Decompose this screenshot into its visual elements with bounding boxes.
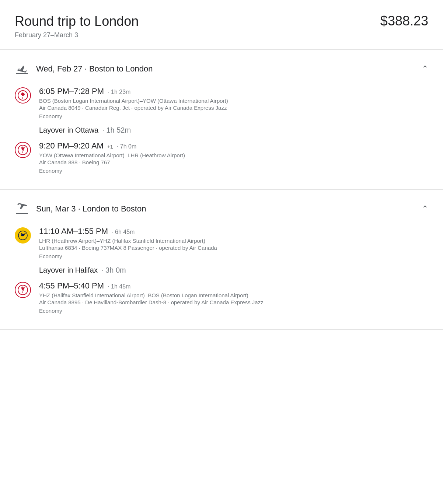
header-price: $388.23 <box>380 13 428 29</box>
outbound-chevron-icon[interactable]: ⌃ <box>422 64 428 74</box>
return-flight1-route: LHR (Heathrow Airport)–YHZ (Halifax Stan… <box>39 238 428 244</box>
outbound-layover-duration: · 1h 52m <box>102 126 131 134</box>
return-header-left: Sun, Mar 3 · London to Boston <box>15 202 146 216</box>
outbound-section-header: Wed, Feb 27 · Boston to London ⌃ <box>15 62 428 76</box>
outbound-flight2-plus-days: +1 <box>107 144 113 150</box>
return-chevron-icon[interactable]: ⌃ <box>422 204 428 214</box>
header-left: Round trip to London February 27–March 3 <box>15 13 139 39</box>
return-flight1-duration: · 6h 45m <box>112 229 135 235</box>
outbound-flight2-info: 9:20 PM–9:20 AM+1 · 7h 0m YOW (Ottawa In… <box>39 141 428 174</box>
svg-rect-1 <box>22 97 23 99</box>
return-flight2-times: 4:55 PM–5:40 PM · 1h 45m <box>39 281 428 291</box>
lufthansa-crane-icon <box>18 230 28 241</box>
landing-icon <box>15 202 29 216</box>
return-layover: Layover in Halifax · 3h 0m <box>39 266 428 274</box>
page-title: Round trip to London <box>15 13 139 29</box>
lufthansa-logo <box>15 227 31 244</box>
outbound-section: Wed, Feb 27 · Boston to London ⌃ 6:05 PM… <box>0 50 443 190</box>
return-flight1-times: 11:10 AM–1:55 PM · 6h 45m <box>39 227 428 236</box>
outbound-flight1-times: 6:05 PM–7:28 PM · 1h 23m <box>39 87 428 96</box>
outbound-layover: Layover in Ottawa · 1h 52m <box>39 126 428 134</box>
outbound-flight1-route: BOS (Boston Logan International Airport)… <box>39 98 428 104</box>
outbound-flight-1: 6:05 PM–7:28 PM · 1h 23m BOS (Boston Log… <box>15 87 428 119</box>
outbound-flight2-class: Economy <box>39 168 428 174</box>
aircanada-logo-1 <box>15 87 31 104</box>
return-section-header: Sun, Mar 3 · London to Boston ⌃ <box>15 202 428 216</box>
return-flight-1: 11:10 AM–1:55 PM · 6h 45m LHR (Heathrow … <box>15 227 428 259</box>
return-flight2-duration: · 1h 45m <box>108 283 130 290</box>
page-header: Round trip to London February 27–March 3… <box>0 0 443 50</box>
outbound-header-left: Wed, Feb 27 · Boston to London <box>15 62 153 76</box>
outbound-flight2-duration: · 7h 0m <box>117 143 136 150</box>
aircanada-maple-leaf-2 <box>18 145 28 155</box>
outbound-flight2-times: 9:20 PM–9:20 AM+1 · 7h 0m <box>39 141 428 151</box>
return-section: Sun, Mar 3 · London to Boston ⌃ 11:10 AM… <box>0 190 443 330</box>
outbound-flight2-airline: Air Canada 888 · Boeing 767 <box>39 159 428 165</box>
return-flight2-info: 4:55 PM–5:40 PM · 1h 45m YHZ (Halifax St… <box>39 281 428 314</box>
takeoff-icon <box>15 62 29 76</box>
return-flight2-route: YHZ (Halifax Stanfield International Air… <box>39 292 428 298</box>
outbound-section-title: Wed, Feb 27 · Boston to London <box>36 64 153 74</box>
return-flight1-airline: Lufthansa 6834 · Boeing 737MAX 8 Passeng… <box>39 245 428 251</box>
header-dates: February 27–March 3 <box>15 31 139 39</box>
return-flight2-logo-col <box>15 281 31 314</box>
return-flight2-airline: Air Canada 8895 · De Havilland-Bombardie… <box>39 299 428 305</box>
return-flight-2: 4:55 PM–5:40 PM · 1h 45m YHZ (Halifax St… <box>15 281 428 314</box>
outbound-flight2-logo-col <box>15 141 31 174</box>
outbound-flight1-logo-col <box>15 87 31 119</box>
return-flight2-class: Economy <box>39 308 428 314</box>
outbound-flight1-duration: · 1h 23m <box>108 89 130 95</box>
outbound-layover-label: Layover in Ottawa <box>39 126 98 134</box>
return-flight1-logo-col <box>15 227 31 259</box>
svg-point-7 <box>21 233 22 235</box>
return-flight1-class: Economy <box>39 253 428 259</box>
aircanada-maple-leaf-1 <box>18 90 28 101</box>
return-layover-duration: · 3h 0m <box>101 266 126 274</box>
aircanada-logo-2 <box>15 142 31 158</box>
svg-rect-9 <box>22 291 23 293</box>
outbound-flight1-class: Economy <box>39 113 428 119</box>
outbound-flight2-route: YOW (Ottawa International Airport)–LHR (… <box>39 152 428 158</box>
return-section-title: Sun, Mar 3 · London to Boston <box>36 204 146 214</box>
outbound-flight1-airline: Air Canada 8049 · Canadair Reg. Jet · op… <box>39 105 428 111</box>
return-layover-label: Layover in Halifax <box>39 266 98 274</box>
return-flight1-info: 11:10 AM–1:55 PM · 6h 45m LHR (Heathrow … <box>39 227 428 259</box>
svg-rect-3 <box>22 151 23 153</box>
outbound-flight1-info: 6:05 PM–7:28 PM · 1h 23m BOS (Boston Log… <box>39 87 428 119</box>
outbound-flight-2: 9:20 PM–9:20 AM+1 · 7h 0m YOW (Ottawa In… <box>15 141 428 174</box>
aircanada-logo-3 <box>15 282 31 298</box>
aircanada-maple-leaf-3 <box>18 285 28 295</box>
